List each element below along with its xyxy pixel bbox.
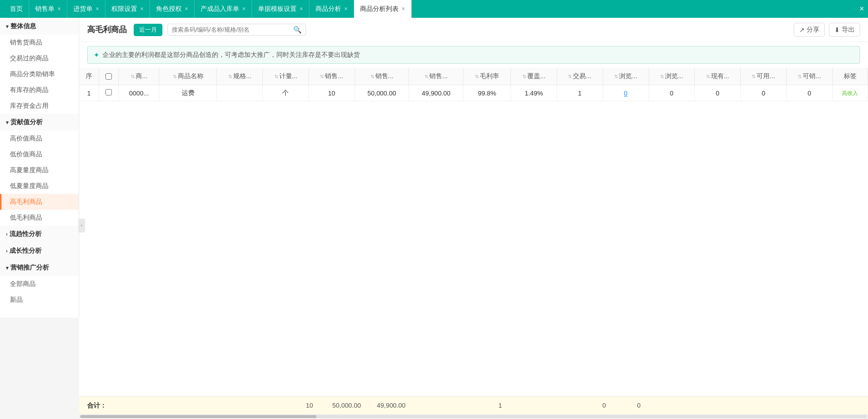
info-icon: ✦: [94, 51, 100, 59]
footer-total: 合计： 10 50,000.00 49,900.00 1 0 0: [79, 396, 868, 414]
sidebar-item-traded-goods[interactable]: 交易过的商品: [0, 50, 79, 66]
search-input-wrap: 🔍: [167, 24, 306, 36]
tab-permission[interactable]: 权限设置 ×: [105, 0, 150, 18]
sidebar-item-category-assist[interactable]: 商品分类助销率: [0, 66, 79, 82]
th-current-stock: ⇅ 现有...: [695, 68, 741, 85]
select-all-checkbox[interactable]: [105, 73, 112, 80]
th-gross-margin: ⇅ 毛利率: [463, 68, 511, 85]
footer-empty-coverage: [448, 402, 483, 409]
sidebar-item-high-value[interactable]: 高价值商品: [0, 131, 79, 146]
date-filter-last-month[interactable]: 近一月: [134, 24, 162, 36]
share-button[interactable]: ↗ 分享: [794, 23, 825, 37]
row-checkbox[interactable]: [105, 89, 112, 95]
close-tab-role[interactable]: ×: [185, 5, 188, 12]
sort-icon-unit: ⇅: [274, 74, 278, 79]
sort-icon-available: ⇅: [752, 74, 756, 79]
close-all-tabs[interactable]: ×: [860, 4, 864, 13]
table-wrap[interactable]: 序 ⇅ 商...: [79, 68, 868, 396]
footer-cell-empty3: [186, 402, 225, 409]
tab-template[interactable]: 单据模板设置 ×: [252, 0, 309, 18]
sidebar-item-all-goods[interactable]: 全部商品: [0, 276, 79, 292]
sidebar-item-new-goods[interactable]: 新品: [0, 292, 79, 308]
horizontal-scrollbar[interactable]: [79, 414, 868, 419]
tab-product-analysis[interactable]: 商品分析 ×: [309, 0, 354, 18]
sort-icon-qty: ⇅: [320, 74, 324, 79]
footer-sales-profit: 49,900.00: [369, 402, 413, 409]
sidebar-item-low-margin[interactable]: 低毛利商品: [0, 210, 79, 226]
th-saleable-stock: ⇅ 可销...: [786, 68, 832, 85]
tab-sales[interactable]: 销售单 ×: [29, 0, 67, 18]
search-icon[interactable]: 🔍: [293, 26, 302, 34]
footer-empty-browse2: [552, 402, 587, 409]
th-sales-amount: ⇅ 销售...: [355, 68, 409, 85]
sidebar-item-low-value[interactable]: 低价值商品: [0, 146, 79, 162]
th-code: ⇅ 商...: [119, 68, 159, 85]
close-tab-permission[interactable]: ×: [140, 5, 144, 12]
tab-purchase[interactable]: 进货单 ×: [67, 0, 105, 18]
sidebar-collapse-button[interactable]: ‹: [78, 219, 85, 233]
scrollbar-track: [80, 415, 867, 418]
arrow-contribution: ▾: [6, 120, 8, 125]
sidebar-item-sales-goods[interactable]: 销售货商品: [0, 35, 79, 50]
footer-sales-amount: 50,000.00: [324, 402, 369, 409]
th-name: ⇅ 商品名称: [159, 68, 217, 85]
close-tab-product-analysis-list[interactable]: ×: [402, 5, 405, 12]
th-transaction: ⇅ 交易...: [557, 68, 603, 85]
sidebar-item-stock-capital[interactable]: 库存资金占用: [0, 98, 79, 114]
footer-cell-empty2: [156, 402, 186, 409]
cell-browse1[interactable]: 0: [603, 85, 649, 101]
cell-available-stock: 0: [741, 85, 787, 101]
sidebar-section-trend[interactable]: › 流趋性分析: [0, 226, 79, 242]
footer-cell-empty5: [265, 402, 295, 409]
sidebar-section-contribution[interactable]: ▾ 贡献值分析: [0, 114, 79, 131]
footer-cells: 10 50,000.00 49,900.00 1 0 0: [116, 402, 860, 409]
export-icon: ⬇: [834, 26, 840, 34]
content-header: 高毛利商品 近一月 🔍 ↗ 分享 ⬇ 导出: [79, 18, 868, 42]
cell-current-stock: 0: [695, 85, 741, 101]
sort-icon-profit: ⇅: [424, 74, 428, 79]
sidebar-section-general[interactable]: ▾ 整体信息: [0, 18, 79, 35]
sort-icon-name: ⇅: [173, 74, 177, 79]
arrow-marketing: ▾: [6, 265, 8, 271]
cell-sales-qty: 10: [308, 85, 355, 101]
footer-empty-margin: [413, 402, 448, 409]
data-table: 序 ⇅ 商...: [79, 68, 868, 101]
sidebar-section-marketing[interactable]: ▾ 营销推广分析: [0, 259, 79, 276]
sort-icon-browse1: ⇅: [614, 74, 618, 79]
cell-saleable-stock: 0: [786, 85, 832, 101]
header-actions: ↗ 分享 ⬇ 导出: [794, 23, 860, 37]
close-tab-product-analysis[interactable]: ×: [344, 5, 348, 12]
sort-icon-browse2: ⇅: [660, 74, 664, 79]
tab-product-in[interactable]: 产成品入库单 ×: [195, 0, 252, 18]
close-tab-purchase[interactable]: ×: [96, 5, 99, 12]
close-tab-template[interactable]: ×: [300, 5, 303, 12]
close-tab-product-in[interactable]: ×: [242, 5, 246, 12]
sidebar-item-high-freq[interactable]: 高夏量度商品: [0, 162, 79, 178]
tab-role[interactable]: 角色授权 ×: [150, 0, 195, 18]
cell-sales-amount: 50,000.00: [355, 85, 409, 101]
export-button[interactable]: ⬇ 导出: [829, 23, 860, 37]
main-area: ▾ 整体信息 销售货商品 交易过的商品 商品分类助销率 有库存的商品 库存资金占…: [0, 18, 868, 419]
tab-home[interactable]: 首页: [4, 0, 29, 18]
tab-product-analysis-list[interactable]: 商品分析列表 ×: [354, 0, 411, 18]
sort-icon-coverage: ⇅: [522, 74, 526, 79]
page-title: 高毛利商品: [87, 25, 127, 35]
sort-icon: ⇅: [131, 74, 135, 79]
th-seq: 序: [79, 68, 99, 85]
cell-transaction: 1: [557, 85, 603, 101]
content-panel: 高毛利商品 近一月 🔍 ↗ 分享 ⬇ 导出 ✦ 企业的主要的利润都是这部分商品创…: [79, 18, 868, 419]
table-header-row: 序 ⇅ 商...: [79, 68, 868, 85]
search-input[interactable]: [172, 26, 293, 33]
footer-transaction: 1: [483, 402, 517, 409]
sidebar-section-growth[interactable]: › 成长性分析: [0, 242, 79, 259]
close-tab-sales[interactable]: ×: [57, 5, 61, 12]
sidebar-item-in-stock[interactable]: 有库存的商品: [0, 82, 79, 98]
sort-icon-margin: ⇅: [475, 74, 479, 79]
sort-icon-amount: ⇅: [370, 74, 374, 79]
cell-checkbox: [99, 85, 119, 101]
sidebar-item-low-freq[interactable]: 低夏量度商品: [0, 178, 79, 194]
footer-cell-empty4: [225, 402, 265, 409]
sidebar-item-high-margin[interactable]: 高毛利商品: [0, 194, 79, 210]
scrollbar-thumb[interactable]: [80, 415, 316, 418]
footer-sales-qty: 10: [295, 402, 324, 409]
